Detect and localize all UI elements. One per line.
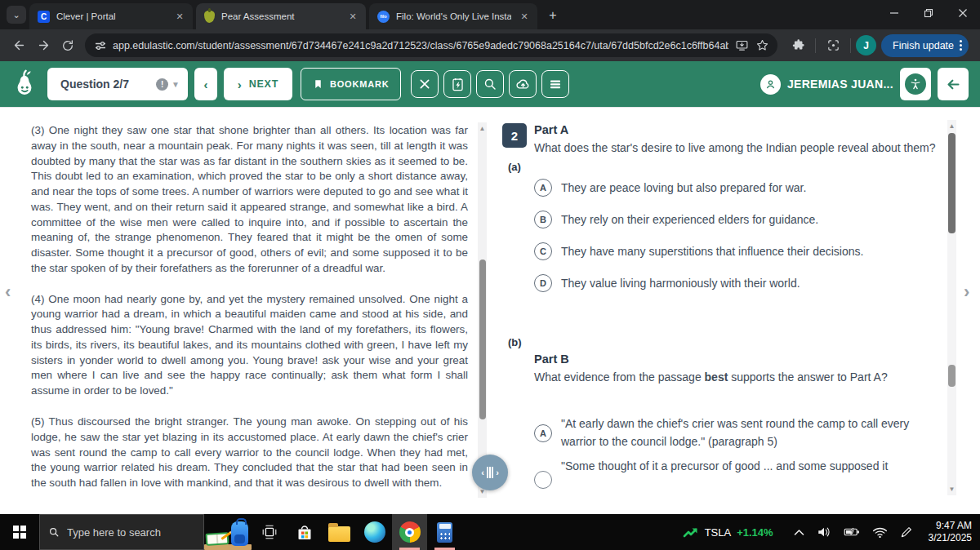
option-text: "Some thought of it a precursor of good …	[561, 458, 914, 476]
finish-update-button[interactable]: Finish update	[881, 34, 969, 57]
chrome-button[interactable]	[392, 514, 427, 550]
screen-capture-icon[interactable]	[821, 33, 845, 58]
url-bar[interactable]: app.edulastic.com/student/assessment/67d…	[85, 33, 777, 57]
question-scrollbar[interactable]: ▲ ▼	[947, 120, 956, 495]
reload-icon[interactable]	[56, 33, 80, 58]
part-a-question: What does the star's desire to live amon…	[534, 140, 945, 157]
tab-pear-assessment[interactable]: Pear Assessment ✕	[196, 3, 366, 29]
option-radio[interactable]: C	[534, 242, 552, 260]
windows-logo-icon	[13, 526, 26, 539]
passage-paragraph-3: (3) One night they saw one star that sho…	[31, 123, 468, 277]
tab-close-icon[interactable]: ✕	[518, 10, 531, 23]
tab-clever-portal[interactable]: C Clever | Portal ✕	[29, 3, 193, 29]
accessibility-button[interactable]	[900, 68, 931, 100]
scroll-down-icon[interactable]: ▼	[947, 486, 956, 493]
tab-close-icon[interactable]: ✕	[346, 10, 359, 23]
next-question-button[interactable]: › NEXT	[224, 68, 292, 100]
toolbar-right-cluster: JEREMIAS JUAN...	[760, 61, 969, 107]
battery-icon[interactable]	[844, 526, 860, 538]
option-b[interactable]: B They rely on their experienced elders …	[534, 211, 945, 228]
option-radio[interactable]: A	[534, 424, 552, 442]
tab-search-chevron-icon[interactable]: ⌄	[7, 6, 26, 24]
option-d[interactable]: D They value living harmoniously with th…	[534, 274, 945, 292]
scroll-up-icon[interactable]: ▲	[478, 125, 487, 132]
store-icon	[295, 522, 314, 542]
clever-favicon-icon: C	[38, 11, 50, 23]
cloud-upload-icon	[515, 77, 531, 92]
start-button[interactable]	[0, 514, 39, 550]
task-view-button[interactable]	[252, 514, 287, 550]
back-icon[interactable]	[7, 33, 31, 58]
new-tab-button[interactable]: +	[544, 7, 562, 24]
edge-icon	[364, 521, 385, 543]
upload-cloud-tool-button[interactable]	[509, 70, 537, 98]
extensions-puzzle-icon[interactable]	[786, 33, 810, 58]
option-text: They are peace loving but also prepared …	[561, 181, 806, 194]
option-text: They rely on their experienced elders fo…	[561, 213, 818, 226]
window-restore-button[interactable]	[911, 0, 946, 26]
arrow-left-icon	[946, 77, 961, 92]
cross-out-tool-button[interactable]	[411, 70, 439, 98]
browser-menu-kebab-icon[interactable]	[960, 40, 962, 51]
magnifier-icon	[483, 77, 497, 91]
folder-icon	[328, 526, 350, 542]
option-radio[interactable]: A	[534, 179, 552, 197]
part-a-options: A They are peace loving but also prepare…	[534, 179, 945, 292]
taskbar-clock[interactable]: 9:47 AM 3/21/2025	[929, 520, 972, 544]
filo-favicon-icon: filo	[377, 11, 390, 23]
bookmark-button[interactable]: BOOKMARK	[301, 68, 401, 100]
window-controls	[877, 0, 980, 26]
option-b-partial[interactable]: "Some thought of it a precursor of good …	[534, 458, 945, 489]
passage-scrollbar[interactable]: ▲ ▼	[478, 122, 487, 498]
passage-scrollbar-thumb[interactable]	[479, 259, 486, 419]
window-close-button[interactable]	[946, 0, 980, 26]
scroll-up-icon[interactable]: ▲	[947, 122, 956, 130]
site-settings-icon[interactable]	[95, 40, 106, 51]
install-app-icon[interactable]	[735, 38, 749, 52]
browser-navbar: app.edulastic.com/student/assessment/67d…	[0, 29, 980, 61]
divider	[850, 38, 851, 53]
option-c[interactable]: C They have many superstitions that infl…	[534, 242, 945, 260]
student-avatar-icon	[760, 74, 781, 95]
edge-button[interactable]	[357, 514, 392, 550]
tab-filo[interactable]: filo Filo: World's Only Live Instant T ✕	[369, 3, 537, 29]
calculator-button[interactable]	[427, 514, 462, 550]
taskbar-search[interactable]	[39, 514, 204, 550]
close-icon	[418, 78, 431, 91]
forward-icon[interactable]	[31, 33, 56, 58]
window-minimize-button[interactable]	[877, 0, 911, 26]
pear-assessment-logo	[13, 69, 36, 99]
option-a[interactable]: A "At early dawn the chief's crier was s…	[534, 415, 945, 450]
microsoft-store-button[interactable]	[287, 514, 322, 550]
tray-expand-chevron-icon[interactable]	[794, 529, 804, 536]
assessment-content: (3) One night they saw one star that sho…	[0, 107, 980, 514]
volume-icon[interactable]	[817, 526, 831, 539]
option-radio[interactable]	[534, 471, 552, 489]
pen-icon[interactable]	[900, 526, 913, 539]
question-scrollbar-thumb[interactable]	[948, 133, 956, 233]
page-next-chevron[interactable]: ›	[964, 282, 969, 303]
menu-tool-button[interactable]	[541, 70, 569, 98]
option-a[interactable]: A They are peace loving but also prepare…	[534, 179, 945, 197]
file-explorer-button[interactable]	[322, 514, 357, 550]
tab-close-icon[interactable]: ✕	[173, 10, 186, 23]
question-counter: Question 2/7	[60, 78, 129, 91]
browser-profile-avatar[interactable]: J	[856, 35, 876, 55]
chevron-right-icon: ›	[238, 78, 243, 91]
previous-question-button[interactable]: ‹	[194, 68, 217, 100]
option-radio[interactable]: D	[534, 274, 552, 292]
wifi-icon[interactable]	[872, 526, 888, 539]
option-radio[interactable]: B	[534, 211, 552, 228]
option-text: "At early dawn the chief's crier was sen…	[561, 415, 914, 450]
bookmark-label: BOOKMARK	[330, 79, 389, 89]
inner-scrollbar-thumb[interactable]	[948, 365, 956, 387]
stock-ticker-widget[interactable]: TSLA +1.14%	[683, 526, 773, 539]
page-previous-chevron[interactable]: ‹	[5, 282, 11, 303]
exit-assessment-button[interactable]	[938, 68, 969, 100]
bookmark-star-icon[interactable]	[755, 38, 769, 52]
question-selector[interactable]: Question 2/7 ! ▼	[47, 68, 188, 100]
magnifier-tool-button[interactable]	[476, 70, 504, 98]
search-icon	[48, 526, 60, 538]
calculator-tool-button[interactable]	[443, 70, 471, 98]
search-input[interactable]	[67, 526, 189, 539]
